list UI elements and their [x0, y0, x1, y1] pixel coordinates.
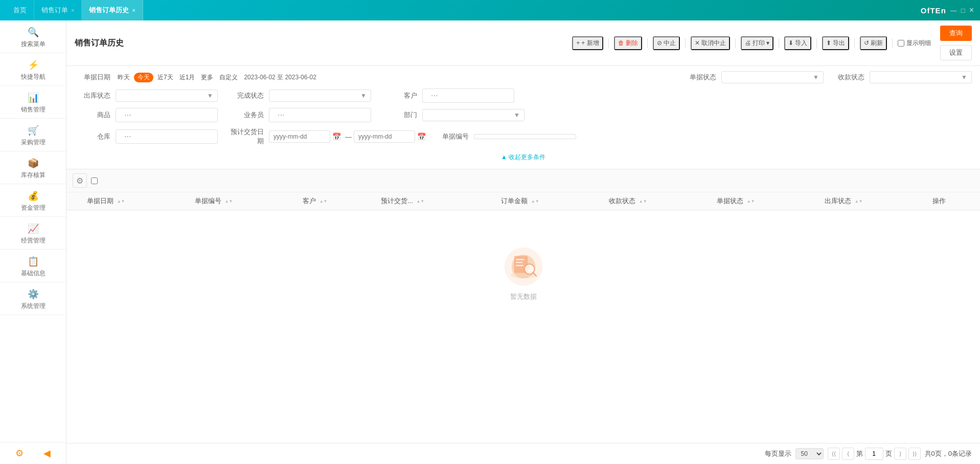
- product-label: 商品: [75, 111, 116, 120]
- content-area: 销售订单历史 + + 新增 🗑 删除 ⊘ 中止 ✕: [66, 20, 980, 464]
- sidebar-collapse-icon[interactable]: ◀: [43, 448, 51, 459]
- product-dots[interactable]: ···: [124, 111, 131, 120]
- last-page-btn[interactable]: ⟩⟩: [908, 448, 921, 460]
- tab-home[interactable]: 首页: [6, 0, 34, 20]
- divider-6: [816, 38, 817, 48]
- date-to-icon[interactable]: 📅: [417, 132, 426, 141]
- department-select[interactable]: ▼: [422, 109, 525, 121]
- sidebar-item-purchase-mgmt[interactable]: 🛒 采购管理: [0, 119, 66, 151]
- date-filter-label: 单据日期: [75, 73, 116, 82]
- sidebar-item-quick-nav[interactable]: ⚡ 快捷导航: [0, 53, 66, 86]
- sidebar-item-system-mgmt[interactable]: ⚙️ 系统管理: [0, 282, 66, 315]
- delivery-date-label: 预计交货日期: [228, 127, 269, 146]
- shortcut-custom[interactable]: 自定义: [217, 73, 240, 82]
- refresh-button[interactable]: ↺ 刷新: [860, 36, 887, 50]
- delivery-date-to[interactable]: [354, 130, 415, 143]
- collapse-bar[interactable]: ▲ 收起更多条件: [75, 151, 972, 164]
- sidebar-item-basic-info[interactable]: 📋 基础信息: [0, 250, 66, 282]
- query-setting-group: 查询 设置: [940, 26, 972, 60]
- warehouse-dots[interactable]: ···: [124, 132, 131, 141]
- customer-select[interactable]: ···: [422, 89, 514, 103]
- shortcut-more[interactable]: 更多: [199, 73, 215, 82]
- next-page-btn[interactable]: ⟩: [894, 448, 906, 460]
- toolbar: + + 新增 🗑 删除 ⊘ 中止 ✕ 取消中止: [572, 26, 972, 60]
- setting-button[interactable]: 设置: [940, 45, 972, 60]
- cancel-stop-icon: ✕: [695, 39, 700, 47]
- col-outbound-status[interactable]: 出库状态 ▲▼: [819, 192, 927, 210]
- cancel-stop-button[interactable]: ✕ 取消中止: [691, 36, 730, 50]
- customer-dots[interactable]: ···: [431, 91, 438, 100]
- page-title: 销售订单历史: [75, 38, 124, 49]
- col-delivery[interactable]: 预计交货... ▲▼: [376, 192, 496, 210]
- sidebar-settings-icon[interactable]: ⚙: [15, 448, 24, 459]
- col-checkbox: [66, 192, 82, 210]
- first-page-btn[interactable]: ⟨⟨: [828, 448, 840, 460]
- delete-icon: 🗑: [618, 39, 624, 47]
- page-size-select[interactable]: 50 100 200: [795, 448, 824, 459]
- bill-number-input[interactable]: [474, 134, 576, 139]
- prev-page-btn[interactable]: ⟨: [842, 448, 854, 460]
- sidebar-item-operations-mgmt[interactable]: 📈 经营管理: [0, 217, 66, 250]
- complete-status-arrow: ▼: [360, 92, 367, 99]
- tab-close-sales-order[interactable]: ×: [71, 7, 74, 13]
- sidebar-item-stock-accounting[interactable]: 📦 库存核算: [0, 151, 66, 184]
- sort-bill-icon: ▲▼: [747, 199, 755, 204]
- bill-status-arrow: ▼: [813, 74, 819, 81]
- print-button[interactable]: 🖨 打印 ▾: [741, 36, 773, 50]
- outbound-status-arrow: ▼: [207, 92, 213, 99]
- outbound-status-select[interactable]: ▼: [116, 90, 218, 102]
- tab-close-history[interactable]: ×: [132, 7, 135, 13]
- top-bar: 首页 销售订单 × 销售订单历史 × OfTEn — □ ×: [0, 0, 980, 20]
- payment-status-label: 收款状态: [829, 73, 870, 82]
- page-number-input[interactable]: [865, 448, 883, 460]
- col-payment-status[interactable]: 收款状态 ▲▼: [604, 192, 712, 210]
- stop-button[interactable]: ⊘ 中止: [653, 36, 680, 50]
- shortcut-today[interactable]: 今天: [134, 73, 153, 82]
- delete-button[interactable]: 🗑 删除: [614, 36, 642, 50]
- sidebar-item-finance-mgmt[interactable]: 💰 资金管理: [0, 184, 66, 217]
- query-button[interactable]: 查询: [940, 26, 972, 41]
- shortcut-last1month[interactable]: 近1月: [177, 73, 197, 82]
- date-from-icon[interactable]: 📅: [332, 132, 341, 141]
- select-all-checkbox[interactable]: [91, 178, 98, 184]
- sort-delivery-icon: ▲▼: [416, 199, 424, 204]
- salesperson-dots[interactable]: ···: [278, 111, 284, 120]
- import-icon: ⬇: [788, 39, 793, 47]
- product-select[interactable]: ···: [116, 108, 218, 122]
- new-button[interactable]: + + 新增: [572, 36, 603, 50]
- sidebar-label-sales-mgmt: 销售管理: [21, 105, 45, 114]
- col-date[interactable]: 单据日期 ▲▼: [82, 192, 190, 210]
- sidebar-item-search-menu[interactable]: 🔍 搜索菜单: [0, 20, 66, 53]
- col-actions: 操作: [927, 192, 980, 210]
- warehouse-label: 仓库: [75, 132, 116, 141]
- show-detail-checkbox[interactable]: [898, 40, 904, 47]
- tab-sales-order-history[interactable]: 销售订单历史 ×: [82, 0, 143, 20]
- warehouse-select[interactable]: ···: [116, 129, 218, 144]
- shortcut-last7days[interactable]: 近7天: [155, 73, 175, 82]
- salesperson-select[interactable]: ···: [269, 108, 371, 122]
- sidebar-item-sales-mgmt[interactable]: 📊 销售管理: [0, 86, 66, 119]
- filter-area: 单据日期 昨天 今天 近7天 近1月 更多 自定义 2023-06-02 至 2…: [66, 66, 980, 169]
- delivery-date-from[interactable]: [269, 130, 330, 143]
- outbound-status-label: 出库状态: [75, 91, 116, 100]
- col-customer[interactable]: 客户 ▲▼: [298, 192, 376, 210]
- shortcut-yesterday[interactable]: 昨天: [116, 73, 132, 82]
- tab-sales-order[interactable]: 销售订单 ×: [34, 0, 82, 20]
- window-close-btn[interactable]: ×: [969, 6, 974, 15]
- export-icon: ⬆: [826, 39, 831, 47]
- col-amount[interactable]: 订单金额 ▲▼: [496, 192, 604, 210]
- table-settings-icon[interactable]: ⚙: [73, 173, 87, 188]
- col-bill-status[interactable]: 单据状态 ▲▼: [712, 192, 819, 210]
- col-number[interactable]: 单据编号 ▲▼: [190, 192, 298, 210]
- window-min-btn[interactable]: —: [950, 7, 957, 14]
- export-button[interactable]: ⬆ 导出: [822, 36, 849, 50]
- divider-8: [892, 38, 893, 48]
- sidebar: 🔍 搜索菜单 ⚡ 快捷导航 📊 销售管理 🛒 采购管理 📦 库存核算 💰 资金管…: [0, 20, 66, 464]
- bill-status-select[interactable]: ▼: [721, 71, 824, 83]
- payment-status-select[interactable]: ▼: [870, 71, 972, 83]
- import-button[interactable]: ⬇ 导入: [784, 36, 811, 50]
- complete-status-select[interactable]: ▼: [269, 90, 371, 102]
- window-max-btn[interactable]: □: [961, 7, 965, 14]
- main-layout: 🔍 搜索菜单 ⚡ 快捷导航 📊 销售管理 🛒 采购管理 📦 库存核算 💰 资金管…: [0, 20, 980, 464]
- svg-rect-6: [516, 265, 523, 267]
